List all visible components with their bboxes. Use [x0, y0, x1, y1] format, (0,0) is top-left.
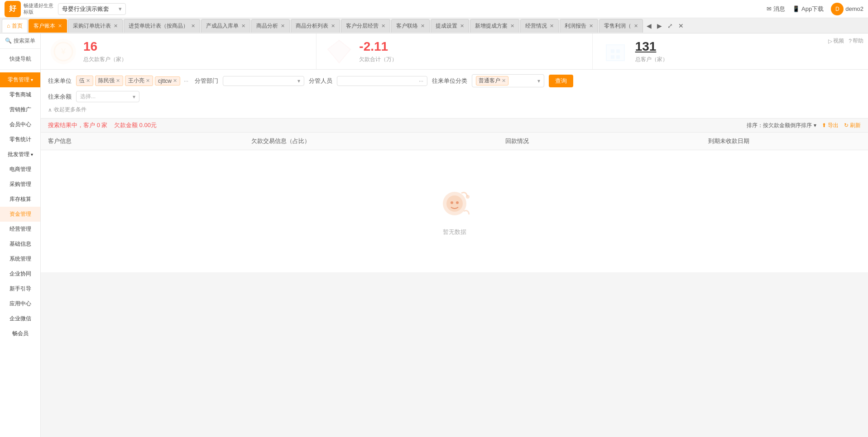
remove-tag-wu[interactable]: ✕ [86, 78, 90, 84]
dept-select[interactable]: ▾ [223, 76, 304, 86]
sidebar-item-newbie[interactable]: 新手引导 [0, 281, 40, 296]
remove-unit-type[interactable]: ✕ [502, 78, 506, 84]
sidebar-item-wholesale[interactable]: 批发管理 ▾ [0, 147, 40, 162]
tab-new-scheme[interactable]: 新增提成方案 ✕ [470, 19, 519, 33]
filter-bar: 往来单位 伍 ✕ 陈民强 ✕ 王小亮 ✕ cjttcw [41, 70, 868, 119]
company-selector[interactable]: 母婴行业演示账套 ▾ [58, 3, 126, 15]
stat-help: ▷ 视频 ? 帮助 [828, 37, 863, 45]
app-download-btn[interactable]: 📱 App下载 [792, 5, 824, 13]
sidebar-item-quick-nav[interactable]: 快捷导航 [0, 52, 40, 66]
tab-retail-profit[interactable]: 零售利润（ ✕ [599, 19, 643, 33]
tab-expand-btn[interactable]: ⤢ [665, 22, 676, 29]
video-link[interactable]: ▷ 视频 [828, 37, 844, 45]
sidebar-item-ops[interactable]: 经营管理 [0, 222, 40, 237]
remove-tag-cjttcw[interactable]: ✕ [173, 78, 177, 84]
message-btn[interactable]: ✉ 消息 [767, 5, 785, 13]
person-input[interactable]: ··· [337, 76, 427, 86]
sidebar-item-retail-stats[interactable]: 零售统计 [0, 132, 40, 147]
tab-customer-segment[interactable]: 客户分层经营 ✕ [341, 19, 390, 33]
help-link[interactable]: ? 帮助 [849, 37, 863, 45]
sort-selector[interactable]: 排序：按欠款金额倒序排序 ▾ [747, 122, 816, 129]
svg-rect-8 [616, 55, 620, 59]
col-overdue-date: 到期未收款日期 [708, 137, 861, 145]
tab-close-ops[interactable]: ✕ [550, 23, 554, 29]
filter-input-tag-normal: 普通客户 ✕ [476, 76, 508, 86]
query-button[interactable]: 查询 [549, 75, 573, 87]
sidebar-item-retail[interactable]: 零售管理 ▾ [0, 72, 40, 87]
unit-type-select[interactable]: 普通客户 ✕ ▾ [472, 74, 544, 87]
remove-tag-wang[interactable]: ✕ [146, 78, 150, 84]
tab-close-incoming[interactable]: ✕ [191, 23, 195, 29]
sidebar-item-ecommerce[interactable]: 电商管理 [0, 162, 40, 177]
content-area: ¥ 16 总欠款客户（家） -2.11 欠款合计（万 [41, 33, 868, 437]
sidebar-item-retail-mall[interactable]: 零售商城 [0, 87, 40, 102]
tab-customer-book[interactable]: 客户账本 ✕ [29, 19, 67, 33]
tab-product-stock[interactable]: 产成品入库单 ✕ [201, 19, 250, 33]
tab-close-customer-segment[interactable]: ✕ [381, 23, 385, 29]
coin-icon: ¥ [50, 38, 77, 65]
tab-incoming-stats[interactable]: 进货单统计表（按商品） ✕ [124, 19, 200, 33]
remove-tag-chen[interactable]: ✕ [116, 78, 120, 84]
tab-close-all-btn[interactable]: ✕ [676, 22, 686, 29]
tab-profit-report[interactable]: 利润报告 ✕ [560, 19, 598, 33]
sidebar-section: 零售管理 ▾ 零售商城 营销推广 会员中心 零售统计 批发管理 ▾ 电商管理 [0, 70, 40, 344]
home-icon: ⌂ [7, 23, 10, 29]
sidebar-item-member[interactable]: 会员中心 [0, 117, 40, 132]
svg-rect-5 [611, 49, 614, 53]
sidebar-item-marketing[interactable]: 营销推广 [0, 102, 40, 117]
stats-row: ¥ 16 总欠款客户（家） -2.11 欠款合计（万 [41, 33, 868, 70]
sidebar-item-finance[interactable]: 资金管理 [0, 207, 40, 222]
tab-close-product-stock[interactable]: ✕ [241, 23, 245, 29]
tab-close-purchase-order[interactable]: ✕ [114, 23, 118, 29]
stat-label-2: 欠款合计（万） [359, 56, 397, 63]
balance-select-arrow: ▾ [133, 94, 135, 100]
tab-product-analysis[interactable]: 商品分析 ✕ [251, 19, 290, 33]
sidebar-item-app-center[interactable]: 应用中心 [0, 296, 40, 311]
tab-close-product-analysis[interactable]: ✕ [281, 23, 285, 29]
person-input-dots[interactable]: ··· [419, 78, 423, 84]
stat-value-2: -2.11 [359, 39, 397, 54]
avatar: D [831, 3, 844, 15]
sidebar-item-purchase[interactable]: 采购管理 [0, 177, 40, 192]
stat-label-1: 总欠款客户（家） [83, 56, 127, 63]
result-info: 搜索结果中，客户 0 家 欠款金额 0.00元 [48, 121, 157, 129]
sidebar-search[interactable]: 🔍 搜索菜单 [0, 33, 40, 49]
tab-close-product-analysis-list[interactable]: ✕ [331, 23, 335, 29]
balance-select[interactable]: 选择... ▾ [76, 91, 139, 102]
tab-customer-contact[interactable]: 客户联络 ✕ [391, 19, 430, 33]
refresh-btn[interactable]: ↻ 刷新 [844, 122, 861, 129]
stat-value-3: 131 [635, 39, 668, 54]
col-repayment: 回款情况 [505, 137, 709, 145]
refresh-icon: ↻ [844, 122, 849, 128]
export-btn[interactable]: ⬆ 导出 [822, 122, 839, 129]
tab-home[interactable]: ⌂ 首页 [2, 19, 28, 33]
sidebar-item-inventory[interactable]: 库存核算 [0, 192, 40, 207]
tab-close-customer-contact[interactable]: ✕ [421, 23, 425, 29]
stat-text-1: 16 总欠款客户（家） [83, 39, 127, 63]
tab-next-btn[interactable]: ▶ [654, 22, 665, 29]
tab-prompt-settings[interactable]: 提成设置 ✕ [431, 19, 469, 33]
tab-close-retail-profit[interactable]: ✕ [634, 23, 638, 29]
svg-rect-3 [606, 45, 624, 61]
balance-label: 往来余额 [48, 93, 72, 101]
tab-close-customer-book[interactable]: ✕ [58, 23, 62, 29]
sidebar-item-member-vip[interactable]: 畅会员 [0, 326, 40, 341]
sidebar-item-enterprise-wechat[interactable]: 企业微信 [0, 311, 40, 326]
tab-ops-status[interactable]: 经营情况 ✕ [520, 19, 559, 33]
more-tags-btn[interactable]: ··· [182, 77, 190, 85]
filter-tag-wang: 王小亮 ✕ [125, 76, 153, 86]
sidebar-item-system[interactable]: 系统管理 [0, 252, 40, 266]
collapse-btn[interactable]: ∧ 收起更多条件 [48, 106, 861, 114]
tab-close-prompt[interactable]: ✕ [460, 23, 464, 29]
tab-close-new-scheme[interactable]: ✕ [510, 23, 514, 29]
tab-product-analysis-list[interactable]: 商品分析列表 ✕ [291, 19, 340, 33]
tab-close-profit[interactable]: ✕ [589, 23, 593, 29]
empty-icon [436, 186, 473, 223]
sidebar-item-basic[interactable]: 基础信息 [0, 237, 40, 252]
user-profile[interactable]: D demo2 [831, 3, 863, 15]
sidebar-item-enterprise[interactable]: 企业协同 [0, 266, 40, 281]
tab-prev-btn[interactable]: ◀ [644, 22, 654, 29]
diamond-icon [326, 38, 353, 65]
mobile-icon: 📱 [792, 5, 800, 12]
tab-purchase-order[interactable]: 采购订单统计表 ✕ [68, 19, 123, 33]
